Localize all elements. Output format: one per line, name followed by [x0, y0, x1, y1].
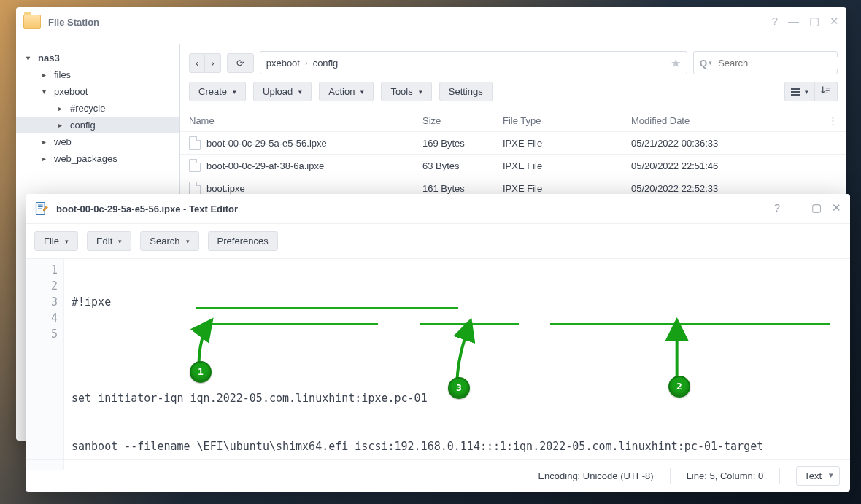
tree-item-label: config	[70, 120, 96, 131]
close-icon[interactable]: ✕	[830, 15, 839, 28]
col-name-header[interactable]: Name	[189, 115, 422, 126]
file-station-title: File Station	[48, 17, 99, 28]
tree-item-files[interactable]: ▸ files	[16, 66, 179, 83]
create-button[interactable]: Create▾	[189, 82, 246, 101]
chevron-down-icon: ▾	[298, 88, 302, 96]
chevron-down-icon: ▾	[709, 59, 712, 66]
file-date: 05/21/2022 00:36:33	[631, 138, 823, 149]
reload-icon: ⟳	[236, 58, 244, 69]
status-cursor: Line: 5, Column: 0	[687, 470, 764, 481]
chevron-down-icon: ▾	[42, 88, 50, 96]
minimize-icon[interactable]: —	[790, 201, 801, 214]
text-editor-title: boot-00-0c-29-5a-e5-56.ipxe - Text Edito…	[56, 203, 238, 214]
file-name: boot-00-0c-29-af-38-6a.ipxe	[206, 160, 324, 171]
menu-edit[interactable]: Edit▾	[87, 231, 131, 251]
menu-preferences[interactable]: Preferences	[208, 231, 278, 251]
language-select[interactable]: Text	[796, 466, 840, 486]
file-type: IPXE File	[503, 183, 631, 194]
file-name: boot-00-0c-29-5a-e5-56.ipxe	[206, 138, 327, 149]
text-editor-icon	[34, 201, 49, 216]
search-box[interactable]: Q▾	[693, 51, 838, 74]
status-bar: Encoding: Unicode (UTF-8) Line: 5, Colum…	[26, 459, 850, 492]
annotation-number: 2	[676, 379, 682, 395]
code-line	[72, 342, 843, 358]
help-icon[interactable]: ?	[774, 201, 780, 214]
tree-item-web[interactable]: ▸ web	[16, 133, 179, 150]
tree-item-label: web	[54, 136, 72, 147]
file-size: 63 Bytes	[422, 160, 503, 171]
file-size: 161 Bytes	[422, 183, 503, 194]
code-editor[interactable]: 12345 #!ipxe set initiator-iqn iqn.2022-…	[26, 259, 850, 470]
col-size-header[interactable]: Size	[422, 115, 503, 126]
action-button[interactable]: Action▾	[319, 82, 374, 101]
help-icon[interactable]: ?	[772, 15, 778, 28]
menu-label: Search	[150, 236, 179, 247]
annotation-underline	[550, 320, 830, 325]
col-date-header[interactable]: Modified Date	[631, 115, 823, 126]
maximize-icon[interactable]: ▢	[809, 15, 819, 28]
breadcrumb: pxeboot › config ★	[260, 51, 687, 74]
text-editor-window: boot-00-0c-29-5a-e5-56.ipxe - Text Edito…	[26, 194, 850, 492]
chevron-right-icon: ›	[305, 58, 308, 67]
breadcrumb-item[interactable]: pxeboot	[266, 58, 300, 69]
tools-button[interactable]: Tools▾	[381, 82, 431, 101]
view-list-button[interactable]: ▾	[784, 82, 815, 101]
minimize-icon[interactable]: —	[788, 15, 799, 28]
close-icon[interactable]: ✕	[832, 201, 841, 214]
chevron-down-icon: ▾	[186, 238, 190, 245]
code-area[interactable]: #!ipxe set initiator-iqn iqn.2022-05.com…	[64, 259, 850, 470]
tree-item-config[interactable]: ▸ config	[16, 117, 179, 133]
line-gutter: 12345	[26, 259, 64, 470]
text-editor-titlebar[interactable]: boot-00-0c-29-5a-e5-56.ipxe - Text Edito…	[26, 194, 850, 224]
button-label: Tools	[390, 86, 412, 97]
sort-button[interactable]	[815, 82, 838, 101]
chevron-left-icon: ‹	[196, 58, 198, 69]
column-menu-icon[interactable]: ⋮	[823, 115, 838, 126]
tree-item-pxeboot[interactable]: ▾ pxeboot	[16, 83, 179, 100]
list-icon	[791, 88, 800, 96]
upload-button[interactable]: Upload▾	[253, 82, 312, 101]
table-row[interactable]: boot-00-0c-29-5a-e5-56.ipxe 169 Bytes IP…	[180, 132, 846, 155]
annotation-underline	[203, 320, 378, 325]
table-row[interactable]: boot-00-0c-29-af-38-6a.ipxe 63 Bytes IPX…	[180, 155, 846, 177]
annotation-badge-2: 2	[668, 376, 690, 398]
file-station-titlebar[interactable]: File Station	[16, 7, 846, 36]
tree-item-web-packages[interactable]: ▸ web_packages	[16, 150, 179, 167]
breadcrumb-item[interactable]: config	[313, 58, 339, 69]
chevron-right-icon: ▸	[42, 155, 50, 163]
sort-icon	[821, 86, 831, 97]
annotation-badge-1: 1	[190, 361, 212, 383]
tree-item-label: pxeboot	[54, 86, 88, 97]
status-encoding: Encoding: Unicode (UTF-8)	[538, 470, 653, 481]
chevron-right-icon: ▸	[58, 121, 66, 129]
menu-file[interactable]: File▾	[34, 231, 78, 251]
col-type-header[interactable]: File Type	[503, 115, 631, 126]
chevron-down-icon: ▾	[26, 54, 34, 62]
menu-search[interactable]: Search▾	[140, 231, 198, 251]
settings-button[interactable]: Settings	[439, 82, 493, 101]
nav-back-button[interactable]: ‹	[189, 53, 205, 73]
annotation-badge-3: 3	[448, 377, 470, 399]
chevron-down-icon: ▾	[65, 238, 69, 245]
table-header: Name Size File Type Modified Date ⋮	[180, 109, 846, 132]
tree-item-label: web_packages	[54, 153, 117, 164]
file-icon	[189, 182, 201, 195]
menu-label: Preferences	[217, 236, 269, 247]
tree-item-recycle[interactable]: ▸ #recycle	[16, 100, 179, 117]
chevron-right-icon: ›	[211, 58, 214, 69]
chevron-right-icon: ▸	[42, 71, 50, 79]
language-label: Text	[804, 470, 822, 481]
search-input[interactable]	[717, 57, 842, 69]
file-icon	[189, 136, 201, 150]
reload-button[interactable]: ⟳	[227, 53, 254, 73]
chevron-down-icon: ▾	[805, 88, 808, 96]
tree-root[interactable]: ▾ nas3	[16, 50, 179, 66]
maximize-icon[interactable]: ▢	[811, 201, 822, 214]
file-icon	[189, 159, 201, 172]
nav-forward-button[interactable]: ›	[205, 53, 220, 73]
file-type: IPXE File	[503, 138, 631, 149]
folder-icon	[23, 15, 41, 29]
annotation-underline	[420, 320, 519, 325]
star-icon[interactable]: ★	[671, 56, 681, 70]
file-date: 05/20/2022 22:51:46	[631, 160, 823, 171]
